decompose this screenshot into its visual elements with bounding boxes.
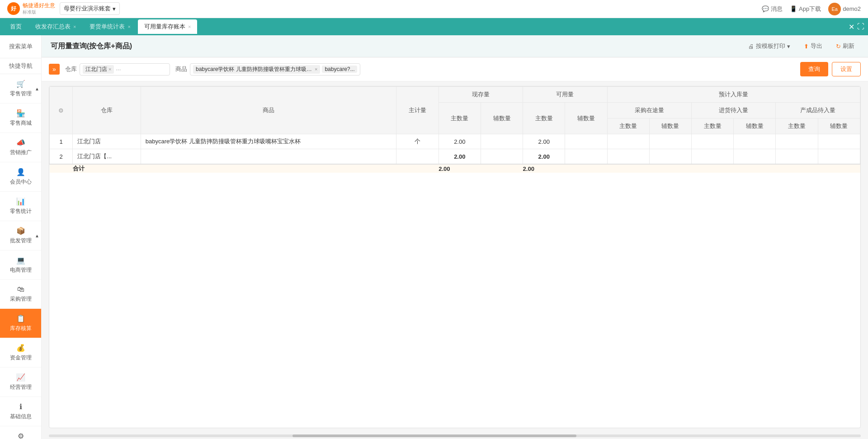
inventory-icon: 📋 [16, 314, 25, 323]
sidebar-item-purchase-mgmt[interactable]: 🛍 采购管理 [0, 280, 41, 309]
page-actions: 🖨 按模板打印 ▾ ⬆ 导出 ↻ 刷新 [744, 40, 859, 52]
tfoot-avail-sub [565, 164, 607, 173]
sidebar-item-member-center[interactable]: 👤 会员中心 [0, 162, 41, 192]
sidebar-item-retail-mall-label: 零售商城 [10, 119, 32, 127]
table-container: ⚙ 仓库 商品 主计量 现存量 可用量 预计入库量 主数量 辅数量 主数量 辅数… [49, 86, 861, 428]
td-cur-sub-1 [481, 149, 523, 165]
scroll-thumb[interactable] [292, 434, 577, 437]
th-purchase-sub: 辅数量 [649, 118, 691, 134]
scroll-track[interactable] [49, 434, 861, 437]
warehouse-tag-remove[interactable]: × [108, 66, 111, 72]
td-unit-1 [396, 149, 439, 165]
product-tag-0: babycare学饮杯 儿童防摔防撞吸管杯重力球吸嘴杯宝宝水杯 × [193, 65, 320, 74]
sidebar-item-member-center-label: 会员中心 [10, 178, 32, 186]
wholesale-mgmt-icon: 📦 [16, 227, 25, 235]
tab-available-stock-close[interactable]: × [188, 24, 191, 29]
table-footer-row: 合计 2.00 2.00 [50, 164, 860, 173]
sidebar-item-wholesale-mgmt[interactable]: 📦 批发管理 ▲ [0, 221, 41, 250]
sidebar-item-retail-stats[interactable]: 📊 零售统计 [0, 192, 41, 221]
td-prod-main-0 [776, 134, 818, 149]
basic-info-icon: ℹ [19, 402, 22, 411]
sidebar-item-inventory-check[interactable]: 📋 库存核算 [0, 309, 41, 338]
tab-home-label: 首页 [10, 23, 22, 31]
td-avail-sub-0 [565, 134, 607, 149]
product-tag-remove-0[interactable]: × [315, 66, 317, 72]
warehouse-filter-input[interactable]: 江北门店 × ··· [80, 63, 170, 76]
th-main-unit: 主计量 [396, 87, 439, 134]
export-btn[interactable]: ⬆ 导出 [799, 40, 827, 52]
sidebar-item-ecommerce-mgmt[interactable]: 💻 电商管理 [0, 250, 41, 280]
sidebar-item-finance-label: 资金管理 [10, 354, 32, 362]
system-icon: ⚙ [18, 432, 24, 439]
tab-receipt-summary[interactable]: 收发存汇总表 × [29, 19, 82, 34]
logo-text-group: 畅捷通好生意 标准版 [23, 2, 55, 15]
td-cur-main-0: 2.00 [439, 134, 481, 149]
top-bar-left: 好 畅捷通好生意 标准版 母婴行业演示账套 ▾ [7, 2, 120, 15]
product-filter-input[interactable]: babycare学饮杯 儿童防摔防撞吸管杯重力球吸嘴杯宝宝水杯 × babyca… [190, 63, 360, 76]
export-icon: ⬆ [804, 43, 809, 50]
app-download-btn[interactable]: 📱 App下载 [790, 5, 821, 13]
industry-select[interactable]: 母婴行业演示账套 ▾ [60, 2, 120, 15]
tfoot-empty-0 [50, 164, 73, 173]
td-unit-0: 个 [396, 134, 439, 149]
print-template-btn[interactable]: 🖨 按模板打印 ▾ [744, 40, 795, 52]
sidebar-item-finance-mgmt[interactable]: 💰 资金管理 [0, 338, 41, 368]
th-settings[interactable]: ⚙ [50, 87, 73, 134]
sidebar-quick-nav-btn[interactable]: 快捷导航 [0, 58, 41, 74]
logo-text: 畅捷通好生意 [23, 2, 55, 9]
warehouse-tag-text: 江北门店 [85, 66, 107, 73]
tab-order-stats[interactable]: 要货单统计表 × [83, 19, 137, 34]
td-warehouse-0: 江北门店 [73, 134, 141, 149]
product-tag-1: babycare?... [322, 66, 357, 73]
td-prod-sub-0 [818, 134, 860, 149]
query-btn[interactable]: 查询 [800, 62, 828, 76]
th-current-stock-group: 现存量 [439, 87, 523, 103]
tab-available-stock-label: 可用量库存账本 [144, 23, 185, 31]
sidebar-item-system-mgmt[interactable]: ⚙ 系统管理 [0, 426, 41, 439]
tab-close-all[interactable]: ✕ ⛶ [849, 23, 864, 31]
tab-home[interactable]: 首页 [4, 19, 28, 34]
th-current-sub-qty: 辅数量 [481, 103, 523, 134]
phone-icon: 📱 [790, 5, 797, 12]
th-warehouse: 仓库 [73, 87, 141, 134]
tab-receipt-summary-close[interactable]: × [73, 24, 76, 29]
sidebar-item-basic-info[interactable]: ℹ 基础信息 [0, 397, 41, 426]
warehouse-filter-group: 仓库 江北门店 × ··· [65, 63, 170, 76]
td-pur-sub-0 [649, 134, 691, 149]
sidebar-item-ops-mgmt[interactable]: 📈 经营管理 [0, 368, 41, 397]
sidebar-item-marketing[interactable]: 📣 营销推广 [0, 133, 41, 162]
ecommerce-icon: 💻 [16, 256, 25, 264]
filter-expand-btn[interactable]: » [49, 64, 60, 75]
sidebar-item-retail-mgmt[interactable]: 🛒 零售管理 ▲ [0, 74, 41, 104]
tfoot-cur-main: 2.00 [439, 164, 481, 173]
setting-btn[interactable]: 设置 [832, 62, 861, 76]
tfoot-avail-main: 2.00 [523, 164, 565, 173]
td-avail-sub-1 [565, 149, 607, 165]
refresh-btn[interactable]: ↻ 刷新 [831, 40, 859, 52]
tfoot-prod-sub [818, 164, 860, 173]
message-btn[interactable]: 💬 消息 [762, 5, 783, 13]
td-pur-main-1 [607, 149, 649, 165]
user-profile[interactable]: Ea demo2 [828, 3, 861, 15]
sidebar-item-wholesale-mgmt-label: 批发管理 [10, 237, 32, 245]
top-bar-right: 💬 消息 📱 App下载 Ea demo2 [762, 3, 861, 15]
tab-available-stock[interactable]: 可用量库存账本 × [138, 19, 197, 34]
th-available-sub-qty: 辅数量 [565, 103, 607, 134]
tfoot-cur-sub [481, 164, 523, 173]
top-bar: 好 畅捷通好生意 标准版 母婴行业演示账套 ▾ 💬 消息 📱 App下载 Ea … [0, 0, 868, 18]
td-avail-main-0: 2.00 [523, 134, 565, 149]
print-icon: 🖨 [748, 43, 754, 50]
maximize-icon: ⛶ [857, 23, 864, 31]
sidebar-item-retail-mall[interactable]: 🏪 零售商城 [0, 104, 41, 133]
td-row-num-0: 1 [50, 134, 73, 149]
refresh-label: 刷新 [843, 42, 854, 50]
message-icon: 💬 [762, 5, 769, 12]
sidebar-search-btn[interactable]: 搜索菜单 [4, 40, 38, 53]
th-production-main: 主数量 [776, 118, 818, 134]
logo-icon: 好 [7, 2, 20, 15]
th-forecast-in-group: 预计入库量 [607, 87, 860, 103]
sidebar-item-retail-mgmt-label: 零售管理 [10, 90, 32, 98]
tab-order-stats-close[interactable]: × [127, 24, 130, 29]
sidebar-item-purchase-label: 采购管理 [10, 295, 32, 303]
warehouse-ellipsis[interactable]: ··· [116, 66, 121, 73]
